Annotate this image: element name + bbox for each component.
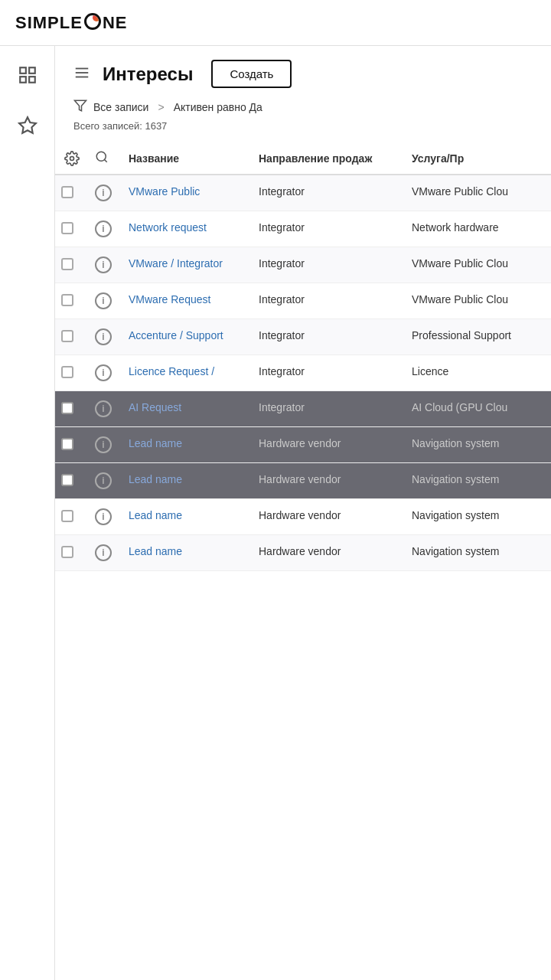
- filter-label[interactable]: Все записи: [93, 101, 148, 113]
- service-text: Network hardware: [412, 221, 499, 234]
- sales-cell: Hardware vendor: [253, 463, 406, 499]
- info-icon[interactable]: i: [95, 256, 112, 273]
- name-link[interactable]: Lead name: [129, 509, 182, 521]
- sales-cell: Integrator: [253, 355, 406, 391]
- info-icon[interactable]: i: [95, 220, 112, 237]
- table-header: Название Направление продаж Услуга/Пр: [55, 142, 551, 175]
- sales-cell: Integrator: [253, 283, 406, 319]
- name-link[interactable]: Lead name: [129, 437, 182, 449]
- name-cell: Accenture / Support: [122, 319, 253, 355]
- info-icon[interactable]: i: [95, 436, 112, 453]
- name-link[interactable]: AI Request: [129, 401, 181, 413]
- filter-separator: >: [158, 101, 164, 113]
- sales-cell: Integrator: [253, 319, 406, 355]
- name-link[interactable]: Network request: [129, 221, 207, 234]
- checkbox-cell: [55, 391, 89, 427]
- info-cell: i: [89, 211, 122, 247]
- sales-text: Hardware vendor: [259, 545, 341, 557]
- col-search[interactable]: [89, 142, 122, 175]
- service-text: Navigation system: [412, 473, 499, 485]
- name-link[interactable]: VMware Request: [129, 293, 210, 305]
- service-cell: Navigation system: [406, 463, 551, 499]
- name-link[interactable]: Licence Request /: [129, 365, 214, 377]
- table-row: iVMware / IntegratorIntegratorVMware Pub…: [55, 247, 551, 283]
- row-checkbox[interactable]: [61, 438, 73, 450]
- info-icon[interactable]: i: [95, 328, 112, 345]
- info-cell: i: [89, 283, 122, 319]
- svg-line-11: [104, 159, 106, 162]
- service-cell: Licence: [406, 355, 551, 391]
- checkbox-cell: [55, 211, 89, 247]
- table-row: iAI RequestIntegratorAI Cloud (GPU Clou: [55, 391, 551, 427]
- filter-value: Активен равно Да: [174, 101, 262, 113]
- name-link[interactable]: Accenture / Support: [129, 329, 223, 341]
- service-cell: VMware Public Clou: [406, 175, 551, 211]
- row-checkbox[interactable]: [61, 330, 73, 342]
- info-icon[interactable]: i: [95, 185, 112, 201]
- info-cell: i: [89, 175, 122, 211]
- info-icon[interactable]: i: [95, 400, 112, 417]
- row-checkbox[interactable]: [61, 294, 73, 306]
- svg-rect-0: [20, 67, 26, 74]
- service-text: VMware Public Clou: [412, 185, 508, 198]
- svg-rect-3: [29, 77, 35, 83]
- info-icon[interactable]: i: [95, 292, 112, 309]
- hamburger-icon[interactable]: [73, 64, 90, 84]
- service-text: Navigation system: [412, 509, 499, 521]
- col-name-header: Название: [122, 142, 253, 175]
- service-text: Navigation system: [412, 545, 499, 557]
- name-cell: Lead name: [122, 463, 253, 499]
- row-checkbox[interactable]: [61, 366, 73, 378]
- row-checkbox[interactable]: [61, 402, 73, 414]
- service-cell: Navigation system: [406, 535, 551, 571]
- service-text: AI Cloud (GPU Clou: [412, 401, 507, 413]
- sales-text: Integrator: [259, 293, 305, 305]
- svg-rect-2: [20, 77, 26, 83]
- sales-text: Integrator: [259, 185, 305, 198]
- row-checkbox[interactable]: [61, 222, 73, 234]
- table-body: iVMware PublicIntegratorVMware Public Cl…: [55, 175, 551, 571]
- sales-text: Integrator: [259, 221, 305, 234]
- row-checkbox[interactable]: [61, 258, 73, 270]
- name-link[interactable]: Lead name: [129, 545, 182, 557]
- create-button[interactable]: Создать: [211, 60, 292, 88]
- row-checkbox[interactable]: [61, 510, 73, 522]
- service-cell: AI Cloud (GPU Clou: [406, 391, 551, 427]
- name-link[interactable]: VMware Public: [129, 185, 200, 198]
- sales-cell: Hardware vendor: [253, 427, 406, 463]
- filter-icon: [73, 99, 87, 116]
- name-link[interactable]: VMware / Integrator: [129, 257, 223, 270]
- checkbox-cell: [55, 355, 89, 391]
- name-link[interactable]: Lead name: [129, 473, 182, 485]
- sales-cell: Hardware vendor: [253, 535, 406, 571]
- name-cell: VMware Request: [122, 283, 253, 319]
- sales-text: Integrator: [259, 329, 305, 341]
- logo: SIMPLE NE: [15, 13, 127, 33]
- info-icon[interactable]: i: [95, 472, 112, 489]
- name-cell: Lead name: [122, 427, 253, 463]
- service-cell: Professional Support: [406, 319, 551, 355]
- table-row: iLead nameHardware vendorNavigation syst…: [55, 427, 551, 463]
- row-checkbox[interactable]: [61, 186, 73, 198]
- info-icon[interactable]: i: [95, 544, 112, 561]
- table-row: iVMware RequestIntegratorVMware Public C…: [55, 283, 551, 319]
- name-cell: Lead name: [122, 535, 253, 571]
- info-cell: i: [89, 391, 122, 427]
- page-title: Интересы: [103, 64, 193, 85]
- layout-icon[interactable]: [14, 61, 41, 89]
- sales-cell: Hardware vendor: [253, 499, 406, 535]
- content-header: Интересы Создать Все записи > Активен ра…: [55, 46, 551, 132]
- records-count: Всего записей: 1637: [73, 120, 533, 132]
- col-sales-header: Направление продаж: [253, 142, 406, 175]
- sidebar: [0, 46, 55, 980]
- svg-marker-4: [19, 117, 36, 133]
- star-icon[interactable]: [14, 112, 41, 139]
- row-checkbox[interactable]: [61, 474, 73, 486]
- info-icon[interactable]: i: [95, 364, 112, 381]
- main-content: Интересы Создать Все записи > Активен ра…: [55, 46, 551, 980]
- sales-text: Hardware vendor: [259, 509, 341, 521]
- row-checkbox[interactable]: [61, 546, 73, 558]
- info-icon[interactable]: i: [95, 508, 112, 525]
- service-text: VMware Public Clou: [412, 293, 508, 305]
- service-text: Professional Support: [412, 329, 511, 341]
